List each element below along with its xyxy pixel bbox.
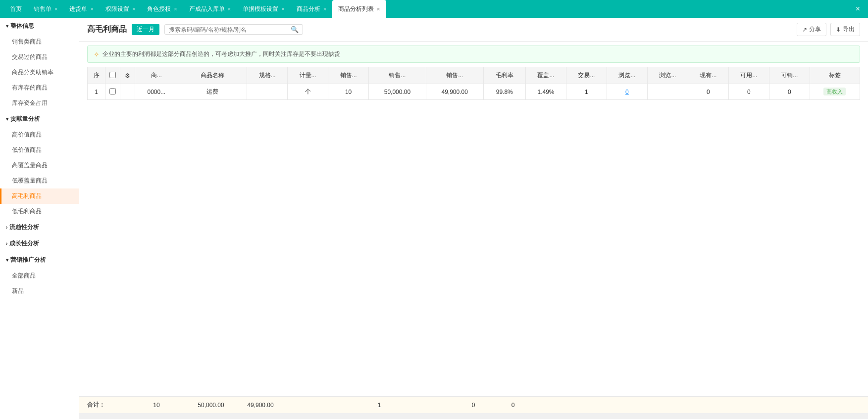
close-sales-order[interactable]: × <box>54 6 57 12</box>
col-browse1[interactable]: 浏览... <box>607 67 647 84</box>
sidebar-item-inventory-capital[interactable]: 库存资金占用 <box>0 95 79 111</box>
sidebar-collapse-button[interactable]: « <box>79 209 79 229</box>
search-icon[interactable]: 🔍 <box>291 26 299 33</box>
sidebar-item-high-value[interactable]: 高价值商品 <box>0 127 79 142</box>
col-available-stock[interactable]: 可用... <box>728 67 769 84</box>
close-product-analysis[interactable]: × <box>323 6 326 12</box>
sidebar-group-trend[interactable]: › 流趋性分析 <box>0 219 79 235</box>
nav-product-analysis-list[interactable]: 商品分析列表 × <box>332 0 386 18</box>
row-checkbox[interactable] <box>109 88 116 94</box>
sidebar-item-sales-goods[interactable]: 销售类商品 <box>0 34 79 49</box>
data-table: 序 ⚙ 商... 商品名称 规格... 计量... 销售... 销售... 销售… <box>87 67 860 100</box>
search-input[interactable] <box>169 26 291 33</box>
nav-template-settings[interactable]: 单据模板设置 × <box>237 0 290 18</box>
col-gross-margin[interactable]: 毛利率 <box>483 67 525 84</box>
sidebar-item-traded-goods[interactable]: 交易过的商品 <box>0 49 79 65</box>
footer-spacer1 <box>285 402 325 409</box>
col-sellable-stock[interactable]: 可销... <box>769 67 810 84</box>
cell-sales-qty: 10 <box>328 84 369 100</box>
cell-sellable-stock: 0 <box>769 84 810 100</box>
search-box: 🔍 <box>164 24 303 35</box>
table-row[interactable]: 1 0000... 运费 个 10 50,000.00 49,900.00 99… <box>88 84 860 100</box>
sidebar-item-all-goods[interactable]: 全部商品 <box>0 268 79 283</box>
col-current-stock[interactable]: 现有... <box>688 67 728 84</box>
close-all-tabs[interactable]: × <box>852 4 864 13</box>
col-settings[interactable]: ⚙ <box>120 67 135 84</box>
header-actions: ↗ 分享 ⬇ 导出 <box>797 23 860 36</box>
nav-permission-settings[interactable]: 权限设置 × <box>100 0 141 18</box>
sidebar-item-low-coverage[interactable]: 低覆盖量商品 <box>0 173 79 188</box>
col-code[interactable]: 商... <box>135 67 178 84</box>
footer-sales-profit: 49,900.00 <box>236 402 285 409</box>
nav-product-analysis[interactable]: 商品分析 × <box>291 0 332 18</box>
close-product-inbound[interactable]: × <box>228 6 231 12</box>
cell-current-stock: 0 <box>688 84 728 100</box>
col-name[interactable]: 商品名称 <box>178 67 247 84</box>
nav-purchase-order[interactable]: 进货单 × <box>63 0 99 18</box>
close-product-analysis-list[interactable]: × <box>377 6 380 12</box>
select-all-checkbox[interactable] <box>109 72 116 78</box>
sidebar-item-high-margin[interactable]: 高毛利商品 <box>0 188 79 204</box>
nav-sales-order[interactable]: 销售单 × <box>28 0 63 18</box>
cell-available-stock: 0 <box>728 84 769 100</box>
footer-current-stock: 0 <box>454 402 493 409</box>
cell-gross-margin: 99.8% <box>483 84 525 100</box>
col-checkbox[interactable] <box>105 67 120 84</box>
page-title: 高毛利商品 <box>87 24 127 35</box>
sidebar: « ▾ 整体信息 销售类商品 交易过的商品 商品分类助销率 有库存的商品 库存资… <box>0 18 79 419</box>
col-sales-amount[interactable]: 销售... <box>369 67 426 84</box>
col-browse2[interactable]: 浏览... <box>647 67 688 84</box>
footer-spacer3 <box>394 402 424 409</box>
table-container[interactable]: 序 ⚙ 商... 商品名称 规格... 计量... 销售... 销售... 销售… <box>87 67 860 396</box>
horizontal-scrollbar[interactable] <box>79 413 868 419</box>
sidebar-item-category-sales-rate[interactable]: 商品分类助销率 <box>0 65 79 80</box>
sidebar-group-contribution[interactable]: ▾ 贡献量分析 <box>0 111 79 127</box>
sidebar-item-in-stock-goods[interactable]: 有库存的商品 <box>0 80 79 95</box>
tag-high-income: 高收入 <box>823 88 846 95</box>
nav-role-auth[interactable]: 角色授权 × <box>141 0 183 18</box>
cell-name: 运费 <box>178 84 247 100</box>
col-transactions[interactable]: 交易... <box>566 67 607 84</box>
close-template-settings[interactable]: × <box>281 6 284 12</box>
cell-checkbox[interactable] <box>105 84 120 100</box>
footer-spacer2 <box>325 402 364 409</box>
col-unit[interactable]: 计量... <box>288 67 328 84</box>
group-overall-arrow: ▾ <box>6 23 8 29</box>
cell-browse1[interactable]: 0 <box>607 84 647 100</box>
share-button[interactable]: ↗ 分享 <box>797 23 826 36</box>
footer-total: 合计： 10 50,000.00 49,900.00 1 0 0 <box>79 396 868 413</box>
export-button[interactable]: ⬇ 导出 <box>830 23 860 36</box>
col-coverage[interactable]: 覆盖... <box>525 67 566 84</box>
time-filter-button[interactable]: 近一月 <box>132 24 159 35</box>
group-trend-arrow: › <box>6 225 7 230</box>
content-area: 高毛利商品 近一月 🔍 ↗ 分享 ⬇ 导出 ✧ 企业的主要的利润都是这部分商品创… <box>79 18 868 419</box>
cell-tag: 高收入 <box>810 84 860 100</box>
nav-product-inbound[interactable]: 产成品入库单 × <box>183 0 237 18</box>
col-index: 序 <box>88 67 105 84</box>
close-purchase-order[interactable]: × <box>90 6 93 12</box>
sidebar-group-marketing[interactable]: ▾ 营销推广分析 <box>0 252 79 268</box>
sidebar-item-high-coverage[interactable]: 高覆盖量商品 <box>0 158 79 173</box>
sidebar-item-new-goods[interactable]: 新品 <box>0 283 79 299</box>
cell-sales-amount: 50,000.00 <box>369 84 426 100</box>
col-sales-profit[interactable]: 销售... <box>426 67 483 84</box>
cell-transactions: 1 <box>566 84 607 100</box>
sidebar-group-growth[interactable]: › 成长性分析 <box>0 235 79 252</box>
browse1-link[interactable]: 0 <box>625 89 629 95</box>
col-tag[interactable]: 标签 <box>810 67 860 84</box>
col-spec[interactable]: 规格... <box>247 67 288 84</box>
footer-available-stock: 0 <box>493 402 533 409</box>
sidebar-item-low-margin[interactable]: 低毛利商品 <box>0 204 79 219</box>
table-header-row: 序 ⚙ 商... 商品名称 规格... 计量... 销售... 销售... 销售… <box>88 67 860 84</box>
close-permission-settings[interactable]: × <box>132 6 135 12</box>
cell-code: 0000... <box>135 84 178 100</box>
footer-cells: 10 50,000.00 49,900.00 1 0 0 <box>127 402 860 409</box>
cell-coverage: 1.49% <box>525 84 566 100</box>
sidebar-group-overall[interactable]: ▾ 整体信息 <box>0 18 79 34</box>
close-role-auth[interactable]: × <box>174 6 177 12</box>
nav-home[interactable]: 首页 <box>4 0 28 18</box>
col-sales-qty[interactable]: 销售... <box>328 67 369 84</box>
export-icon: ⬇ <box>836 26 841 33</box>
sidebar-item-low-value[interactable]: 低价值商品 <box>0 142 79 158</box>
content-header: 高毛利商品 近一月 🔍 ↗ 分享 ⬇ 导出 <box>79 18 868 42</box>
